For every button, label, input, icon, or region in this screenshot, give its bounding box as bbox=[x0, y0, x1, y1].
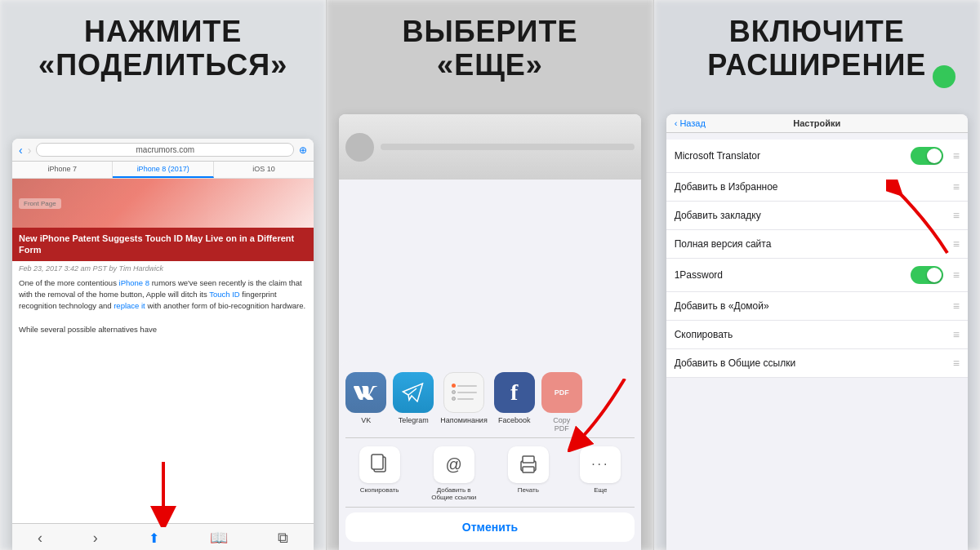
settings-right-2: ≡ bbox=[948, 209, 960, 222]
settings-right-0: ≡ bbox=[911, 147, 960, 165]
article-header: New iPhone Patent Suggests Touch ID May … bbox=[12, 228, 314, 261]
settings-label-7: Добавить в Общие ссылки bbox=[675, 357, 948, 369]
settings-right-5: ≡ bbox=[948, 299, 960, 313]
settings-page-title: Настройки bbox=[793, 118, 840, 128]
drag-handle-6: ≡ bbox=[953, 328, 960, 341]
settings-label-1: Добавить в Избранное bbox=[675, 181, 948, 193]
settings-label-6: Скопировать bbox=[675, 329, 948, 340]
settings-label-0: Microsoft Translator bbox=[675, 150, 911, 162]
toggle-4[interactable] bbox=[911, 266, 943, 284]
green-dot bbox=[933, 65, 956, 88]
browser-bar: ‹ › macrumors.com ⊕ bbox=[12, 139, 314, 162]
share-app-pdf-label: CopyPDF bbox=[553, 416, 570, 432]
drag-handle-0: ≡ bbox=[953, 149, 960, 162]
share-action-links[interactable]: @ Добавить в Общие ссылки bbox=[431, 446, 476, 502]
settings-item-5: Добавить в «Домой» ≡ bbox=[666, 292, 968, 321]
browser-url: macrumors.com bbox=[36, 143, 294, 157]
share-app-facebook-label: Facebook bbox=[498, 416, 531, 424]
drag-handle-7: ≡ bbox=[953, 357, 960, 370]
svg-rect-5 bbox=[523, 467, 534, 472]
share-app-telegram[interactable]: Telegram bbox=[393, 372, 434, 432]
tabs-icon[interactable]: ⧉ bbox=[278, 530, 288, 547]
article-body: One of the more contentious iPhone 8 rum… bbox=[12, 274, 314, 339]
settings-item-7: Добавить в Общие ссылки ≡ bbox=[666, 349, 968, 378]
share-divider-2 bbox=[345, 507, 634, 508]
share-apps-row: VK Telegram bbox=[339, 361, 640, 437]
settings-right-3: ≡ bbox=[948, 237, 960, 251]
drag-handle-4: ≡ bbox=[953, 268, 960, 282]
device-tabs: iPhone 7 iPhone 8 (2017) iOS 10 bbox=[12, 162, 314, 179]
share-sheet: VK Telegram bbox=[339, 361, 640, 550]
cancel-button[interactable]: Отменить bbox=[345, 512, 634, 542]
toggle-0[interactable] bbox=[911, 147, 943, 165]
more-icon: ··· bbox=[580, 446, 621, 483]
panel-3-mockup: ‹ Назад Настройки Microsoft Translator ≡… bbox=[666, 114, 968, 550]
panel-1: НАЖМИТЕ «ПОДЕЛИТЬСЯ» ‹ › macrumors.com ⊕… bbox=[0, 0, 326, 550]
settings-list: Microsoft Translator ≡ Добавить в Избран… bbox=[666, 140, 968, 378]
vk-icon bbox=[345, 372, 386, 413]
settings-label-3: Полная версия сайта bbox=[675, 238, 948, 250]
settings-right-4: ≡ bbox=[911, 266, 960, 284]
settings-item-4: 1Password ≡ bbox=[666, 259, 968, 292]
settings-item-0: Microsoft Translator ≡ bbox=[666, 140, 968, 173]
share-app-telegram-label: Telegram bbox=[399, 416, 429, 424]
svg-rect-2 bbox=[372, 455, 383, 469]
drag-handle-5: ≡ bbox=[953, 299, 960, 313]
page-behind bbox=[339, 114, 640, 180]
article-meta: Feb 23, 2017 3:42 am PST by Tim Hardwick bbox=[12, 261, 314, 274]
article-image: Front Page bbox=[12, 179, 314, 228]
share-app-vk-label: VK bbox=[361, 416, 371, 424]
share-icon[interactable]: ⬆︎ bbox=[149, 530, 159, 546]
share-action-copy[interactable]: Скопировать bbox=[359, 446, 400, 502]
forward-icon[interactable]: › bbox=[93, 530, 98, 547]
telegram-icon bbox=[393, 372, 434, 413]
svg-rect-4 bbox=[523, 456, 534, 463]
panel-1-mockup: ‹ › macrumors.com ⊕ iPhone 7 iPhone 8 (2… bbox=[12, 139, 314, 550]
back-button[interactable]: ‹ Назад bbox=[675, 118, 706, 128]
settings-item-1: Добавить в Избранное ≡ bbox=[666, 173, 968, 202]
share-action-links-label: Добавить в Общие ссылки bbox=[431, 486, 476, 502]
pdf-icon: PDF bbox=[541, 372, 582, 413]
settings-bar: ‹ Назад Настройки bbox=[666, 114, 968, 133]
settings-right-7: ≡ bbox=[948, 357, 960, 370]
share-app-facebook[interactable]: f Facebook bbox=[494, 372, 535, 432]
settings-item-2: Добавить закладку ≡ bbox=[666, 202, 968, 230]
share-app-vk[interactable]: VK bbox=[345, 372, 386, 432]
tab-ios10[interactable]: iOS 10 bbox=[214, 162, 314, 178]
settings-right-1: ≡ bbox=[948, 180, 960, 193]
print-icon bbox=[508, 446, 549, 483]
panel-2-mockup: VK Telegram bbox=[339, 114, 640, 550]
settings-item-6: Скопировать ≡ bbox=[666, 321, 968, 349]
back-icon[interactable]: ‹ bbox=[38, 530, 42, 547]
bottom-nav: ‹ › ⬆︎ 📖 ⧉ bbox=[12, 523, 314, 550]
settings-item-3: Полная версия сайта ≡ bbox=[666, 230, 968, 259]
share-action-print[interactable]: Печать bbox=[508, 446, 549, 502]
toggle-knob-0 bbox=[927, 149, 942, 163]
drag-handle-2: ≡ bbox=[953, 209, 960, 222]
share-actions-row: Скопировать @ Добавить в Общие ссылки bbox=[339, 438, 640, 507]
copy-icon bbox=[359, 446, 400, 483]
share-action-more[interactable]: ··· Еще bbox=[580, 446, 621, 502]
tab-iphone8[interactable]: iPhone 8 (2017) bbox=[113, 162, 213, 178]
share-action-copy-label: Скопировать bbox=[360, 486, 399, 495]
panel-2: ВЫБЕРИТЕ «ЕЩЕ» VK bbox=[326, 0, 653, 550]
panel-3: ВКЛЮЧИТЕ РАСШИРЕНИЕ ‹ Назад Настройки Mi… bbox=[654, 0, 980, 550]
facebook-icon: f bbox=[494, 372, 535, 413]
share-app-pdf[interactable]: PDF CopyPDF bbox=[541, 372, 582, 432]
share-action-print-label: Печать bbox=[518, 486, 539, 495]
share-action-more-label: Еще bbox=[594, 486, 607, 495]
bookmark-icon[interactable]: 📖 bbox=[210, 529, 228, 547]
drag-handle-3: ≡ bbox=[953, 237, 960, 251]
links-icon: @ bbox=[434, 446, 474, 483]
tab-iphone7[interactable]: iPhone 7 bbox=[12, 162, 113, 178]
settings-label-4: 1Password bbox=[675, 269, 911, 281]
toggle-knob-4 bbox=[927, 268, 942, 282]
remind-icon bbox=[443, 372, 484, 413]
share-app-remind-label: Напоминания bbox=[440, 416, 487, 424]
settings-label-2: Добавить закладку bbox=[675, 210, 948, 221]
settings-right-6: ≡ bbox=[948, 328, 960, 341]
drag-handle-1: ≡ bbox=[953, 180, 960, 193]
share-app-remind[interactable]: Напоминания bbox=[440, 372, 487, 432]
settings-label-5: Добавить в «Домой» bbox=[675, 300, 948, 312]
